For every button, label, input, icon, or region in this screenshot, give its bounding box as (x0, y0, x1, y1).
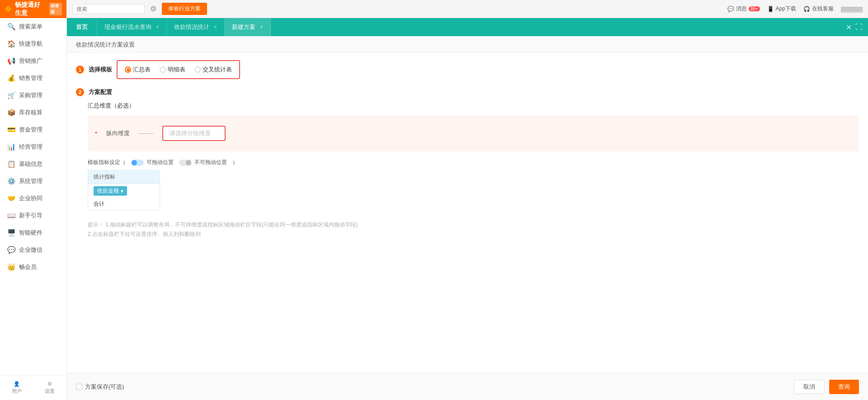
tab-payment-stats[interactable]: 收款情况统计 × (167, 18, 225, 36)
tab-home[interactable]: 首页 (67, 18, 97, 36)
download-label: App下载 (776, 5, 796, 13)
hardware-icon: 🖥️ (7, 229, 15, 237)
sales-icon: 💰 (7, 74, 15, 82)
bottom-buttons: 取消 查询 (794, 380, 859, 394)
download-icon: 📱 (767, 6, 774, 12)
radio-detail-circle (160, 66, 166, 73)
management-icon: 📊 (7, 143, 15, 151)
vertical-dim-label: 纵向维度 (106, 129, 130, 137)
tab-bank-flow[interactable]: 现金银行流水查询 × (97, 18, 167, 36)
notification-label: 消息 (736, 5, 747, 13)
sidebar-label-nav: 快捷导航 (19, 40, 42, 48)
radio-summary-circle (125, 66, 131, 73)
content-area: 收款情况统计方案设置 1 选择模板 汇总表 (67, 36, 868, 400)
section1-label: 选择模板 (89, 66, 112, 74)
sidebar-label-guide: 新手引导 (19, 212, 42, 220)
summary-dim-title: 汇总维度（必选） (88, 102, 859, 110)
marketing-icon: 📢 (7, 57, 15, 65)
stats-tag-dropdown-icon: ▾ (121, 188, 123, 194)
tab-new-plan-label: 新建方案 (232, 23, 255, 31)
section-template: 1 选择模板 汇总表 明细表 (76, 60, 859, 79)
sidebar-item-purchase[interactable]: 🛒 采购管理 (0, 87, 66, 104)
tab-bank-flow-close[interactable]: × (156, 24, 159, 30)
stats-tag-label: 收款金额 (97, 187, 119, 195)
radio-detail[interactable]: 明细表 (160, 66, 185, 74)
gear-icon[interactable]: ⚙ (150, 5, 156, 13)
wechat-icon: 💬 (7, 246, 15, 254)
sidebar-label-finance: 资金管理 (19, 126, 42, 134)
sidebar-item-system[interactable]: ⚙️ 系统管理 (0, 173, 66, 190)
tip-2: 2.点击标题栏下拉可设置排序、插入列和删除列 (88, 231, 859, 238)
sidebar-item-basic[interactable]: 📋 基础信息 (0, 155, 66, 173)
tips-area: 提示： 1.拖动标题栏可以调整布局，不可跨维度或指标区域拖动栏目字段(只能在同一… (88, 221, 859, 238)
system-icon: ⚙️ (7, 177, 15, 185)
tab-new-plan[interactable]: 新建方案 × (225, 18, 271, 36)
stats-box: 统计指标 收款金额 ▾ 合计 (88, 170, 160, 211)
stats-row: 收款金额 ▾ (88, 184, 160, 198)
page-title: 收款情况统计方案设置 (76, 41, 135, 48)
app-name: 畅捷通好生意 (15, 1, 47, 17)
toggle-draggable[interactable]: 可拖动位置 (131, 159, 174, 166)
sidebar-label-system: 系统管理 (19, 177, 42, 185)
save-plan-checkbox[interactable]: 方案保存(可选) (76, 383, 124, 391)
cancel-button[interactable]: 取消 (794, 380, 825, 394)
sidebar-item-nav[interactable]: 🏠 快捷导航 (0, 35, 66, 52)
section1-num: 1 (76, 66, 84, 74)
chat-icon: 🎧 (803, 6, 810, 12)
radio-crosstab-label: 交叉统计表 (203, 66, 232, 74)
finance-icon: 💳 (7, 126, 15, 134)
tab-close-all-btn[interactable]: ✕ (846, 23, 852, 32)
username-display: ▓▓▓▓▓▓ (841, 6, 863, 12)
sidebar-label-inventory: 库存核算 (19, 108, 42, 117)
sidebar-item-member[interactable]: 👑 畅会员 (0, 259, 66, 276)
search-input[interactable] (72, 4, 145, 14)
sidebar-bottom-user[interactable]: 👤 用户 (10, 379, 24, 396)
sidebar-item-management[interactable]: 📊 经营管理 (0, 138, 66, 155)
radio-crosstab[interactable]: 交叉统计表 (194, 66, 232, 74)
download-btn[interactable]: 📱 App下载 (767, 5, 796, 13)
sidebar-bottom-settings[interactable]: ⚙ 设置 (43, 379, 57, 396)
industry-solution-button[interactable]: 体验行业方案 (162, 3, 207, 15)
non-draggable-toggle-dot (179, 160, 192, 166)
sidebar-bottom: 👤 用户 ⚙ 设置 (0, 375, 66, 400)
sidebar-item-wechat[interactable]: 💬 企业微信 (0, 241, 66, 259)
toggle-non-draggable[interactable]: 不可拖动位置 (179, 159, 227, 166)
main-area: ⚙ 体验行业方案 💬 消息 99+ 📱 App下载 🎧 在线客服 ▓▓▓▓▓▓ … (67, 0, 868, 400)
draggable-toggle-dot (131, 160, 144, 166)
stats-tag-payment[interactable]: 收款金额 ▾ (94, 186, 127, 196)
sidebar-item-inventory[interactable]: 📦 库存核算 (0, 104, 66, 121)
stats-subtotal: 合计 (88, 198, 160, 210)
dim-arrow: —— (139, 129, 153, 137)
radio-summary[interactable]: 汇总表 (125, 66, 151, 74)
sidebar-label-hardware: 智能硬件 (19, 229, 42, 237)
tab-home-label: 首页 (76, 23, 88, 31)
topbar-right: 💬 消息 99+ 📱 App下载 🎧 在线客服 ▓▓▓▓▓▓ (727, 5, 863, 13)
dim-select-dropdown[interactable]: 请选择分组维度 (162, 126, 226, 141)
sidebar-item-enterprise[interactable]: 🤝 企业协同 (0, 190, 66, 207)
sidebar-item-hardware[interactable]: 🖥️ 智能硬件 (0, 224, 66, 241)
tab-payment-stats-close[interactable]: × (214, 24, 217, 30)
home-icon: 🏠 (7, 40, 15, 48)
notification-btn[interactable]: 💬 消息 99+ (727, 5, 760, 13)
query-button[interactable]: 查询 (829, 380, 859, 394)
tip-1: 提示： 1.拖动标题栏可以调整布局，不可跨维度或指标区域拖动栏目字段(只能在同一… (88, 221, 859, 229)
chat-btn[interactable]: 🎧 在线客服 (803, 5, 834, 13)
sidebar-item-marketing[interactable]: 📢 营销推广 (0, 52, 66, 70)
guide-icon: 📖 (7, 212, 15, 220)
sidebar-item-search[interactable]: 🔍 搜索菜单 (0, 18, 66, 35)
sidebar-label-marketing: 营销推广 (19, 57, 42, 65)
dim-required-star: * (95, 130, 97, 137)
stats-header: 统计指标 (88, 170, 160, 184)
tabbar: 首页 现金银行流水查询 × 收款情况统计 × 新建方案 × ✕ ⛶ (67, 18, 868, 36)
template-options: 汇总表 明细表 交叉统计表 (117, 60, 240, 79)
sidebar-label-management: 经营管理 (19, 143, 42, 151)
tab-new-plan-close[interactable]: × (260, 24, 263, 30)
sidebar-item-finance[interactable]: 💳 资金管理 (0, 121, 66, 138)
config-body: 汇总维度（必选） * 纵向维度 —— 请选择分组维度 (88, 102, 859, 238)
sidebar-item-sales[interactable]: 💰 销售管理 (0, 70, 66, 87)
settings-label: 设置 (45, 388, 55, 395)
dim-select-placeholder: 请选择分组维度 (170, 130, 211, 136)
sidebar-item-guide[interactable]: 📖 新手引导 (0, 207, 66, 224)
tab-expand-btn[interactable]: ⛶ (855, 23, 863, 31)
search-icon: 🔍 (7, 23, 15, 31)
